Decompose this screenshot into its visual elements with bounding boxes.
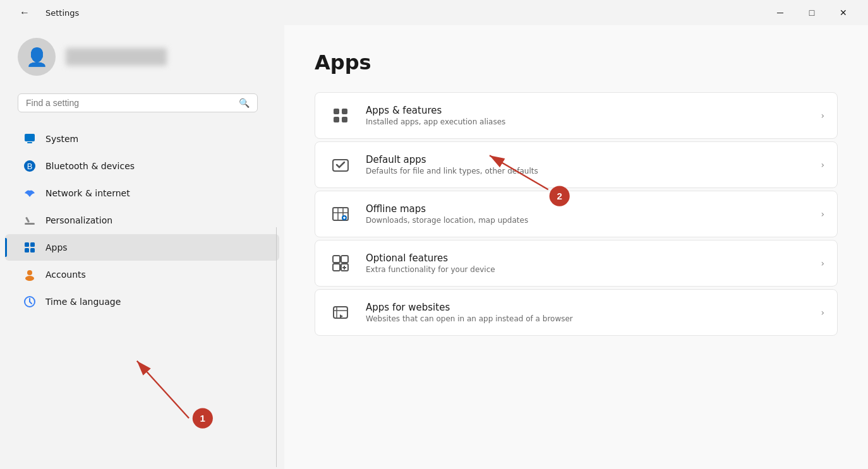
search-icon: 🔍 <box>239 98 250 108</box>
sidebar-item-label-time: Time & language <box>45 297 121 307</box>
personalization-icon <box>23 213 37 227</box>
sidebar-item-label-system: System <box>45 134 78 144</box>
setting-title-optional-features: Optional features <box>366 252 808 264</box>
sidebar-item-bluetooth[interactable]: BBluetooth & devices <box>5 153 279 179</box>
svg-rect-18 <box>342 117 347 122</box>
user-name-blurred <box>66 48 167 66</box>
sidebar-item-accounts[interactable]: Accounts <box>5 261 279 288</box>
svg-rect-8 <box>25 248 29 252</box>
system-icon <box>23 132 37 146</box>
chevron-icon-apps-features: › <box>821 110 824 121</box>
user-icon: 👤 <box>26 47 48 68</box>
setting-desc-optional-features: Extra functionality for your device <box>366 265 808 274</box>
close-button[interactable]: ✕ <box>829 3 858 23</box>
minimize-button[interactable]: ─ <box>766 3 795 23</box>
svg-rect-23 <box>341 256 348 263</box>
chevron-icon-offline-maps: › <box>821 209 824 219</box>
offline-maps-icon <box>328 201 353 227</box>
svg-rect-9 <box>30 248 35 252</box>
setting-text-offline-maps: Offline mapsDownloads, storage location,… <box>366 203 808 225</box>
svg-line-14 <box>30 302 32 304</box>
window-controls: ─ □ ✕ <box>766 3 858 23</box>
sidebar-item-time[interactable]: Time & language <box>5 288 279 315</box>
sidebar-item-network[interactable]: Network & internet <box>5 180 279 206</box>
search-input[interactable] <box>26 98 234 108</box>
svg-rect-4 <box>25 223 35 225</box>
setting-item-apps-websites[interactable]: Apps for websitesWebsites that can open … <box>315 289 838 336</box>
svg-rect-15 <box>334 109 339 114</box>
setting-list: Apps & featuresInstalled apps, app execu… <box>315 92 838 336</box>
setting-title-default-apps: Default apps <box>366 154 808 165</box>
apps-websites-icon <box>328 300 353 325</box>
svg-rect-6 <box>25 242 29 247</box>
setting-desc-apps-websites: Websites that can open in an app instead… <box>366 314 808 323</box>
maximize-button[interactable]: □ <box>797 3 826 23</box>
setting-text-default-apps: Default appsDefaults for file and link t… <box>366 154 808 175</box>
sidebar: 👤 🔍 SystemBBluetooth & devicesNetwork & … <box>0 25 284 318</box>
sidebar-wrapper: 👤 🔍 SystemBBluetooth & devicesNetwork & … <box>0 25 284 469</box>
optional-features-icon <box>328 251 353 276</box>
sidebar-divider <box>276 227 277 467</box>
svg-rect-0 <box>25 134 35 141</box>
title-bar-left: ← Settings <box>10 3 79 23</box>
svg-rect-22 <box>333 256 340 263</box>
setting-item-apps-features[interactable]: Apps & featuresInstalled apps, app execu… <box>315 92 838 139</box>
nav-list: SystemBBluetooth & devicesNetwork & inte… <box>0 122 284 318</box>
title-bar: ← Settings ─ □ ✕ <box>0 0 868 25</box>
setting-desc-apps-features: Installed apps, app execution aliases <box>366 117 808 126</box>
setting-text-apps-features: Apps & featuresInstalled apps, app execu… <box>366 105 808 126</box>
accounts-icon <box>23 268 37 282</box>
sidebar-item-label-accounts: Accounts <box>45 270 86 280</box>
setting-item-offline-maps[interactable]: Offline mapsDownloads, storage location,… <box>315 191 838 237</box>
sidebar-item-apps[interactable]: Apps <box>5 234 279 261</box>
sidebar-item-label-bluetooth: Bluetooth & devices <box>45 161 135 171</box>
search-box[interactable]: 🔍 <box>18 93 258 112</box>
svg-point-11 <box>25 276 34 281</box>
svg-rect-1 <box>27 142 32 143</box>
network-icon <box>23 186 37 200</box>
setting-text-apps-websites: Apps for websitesWebsites that can open … <box>366 302 808 323</box>
page-title: Apps <box>315 50 838 74</box>
main-content: Apps Apps & featuresInstalled apps, app … <box>284 25 868 469</box>
back-button[interactable]: ← <box>10 3 39 23</box>
default-apps-icon <box>328 152 353 177</box>
svg-rect-24 <box>333 264 340 271</box>
chevron-icon-optional-features: › <box>821 258 824 268</box>
sidebar-item-label-apps: Apps <box>45 242 68 252</box>
sidebar-item-personalization[interactable]: Personalization <box>5 207 279 234</box>
svg-point-10 <box>27 270 32 275</box>
setting-text-optional-features: Optional featuresExtra functionality for… <box>366 252 808 274</box>
svg-rect-5 <box>25 217 30 223</box>
avatar: 👤 <box>18 38 56 76</box>
sidebar-item-system[interactable]: System <box>5 126 279 152</box>
app-container: 👤 🔍 SystemBBluetooth & devicesNetwork & … <box>0 25 868 469</box>
search-container: 🔍 <box>0 88 284 122</box>
apps-features-icon <box>328 103 353 128</box>
svg-rect-7 <box>30 242 35 247</box>
setting-title-apps-websites: Apps for websites <box>366 302 808 313</box>
setting-desc-default-apps: Defaults for file and link types, other … <box>366 167 808 175</box>
svg-rect-16 <box>342 109 347 114</box>
user-profile[interactable]: 👤 <box>0 25 284 88</box>
chevron-icon-default-apps: › <box>821 160 824 170</box>
sidebar-item-label-personalization: Personalization <box>45 215 112 225</box>
setting-desc-offline-maps: Downloads, storage location, map updates <box>366 216 808 225</box>
svg-rect-17 <box>334 117 339 122</box>
setting-item-default-apps[interactable]: Default appsDefaults for file and link t… <box>315 141 838 188</box>
setting-item-optional-features[interactable]: Optional featuresExtra functionality for… <box>315 240 838 287</box>
bluetooth-icon: B <box>23 159 37 173</box>
apps-icon <box>23 240 37 254</box>
time-icon <box>23 295 37 309</box>
sidebar-item-label-network: Network & internet <box>45 188 130 198</box>
svg-text:B: B <box>27 162 33 171</box>
setting-title-apps-features: Apps & features <box>366 105 808 116</box>
chevron-icon-apps-websites: › <box>821 307 824 318</box>
app-title: Settings <box>45 8 79 18</box>
setting-title-offline-maps: Offline maps <box>366 203 808 215</box>
